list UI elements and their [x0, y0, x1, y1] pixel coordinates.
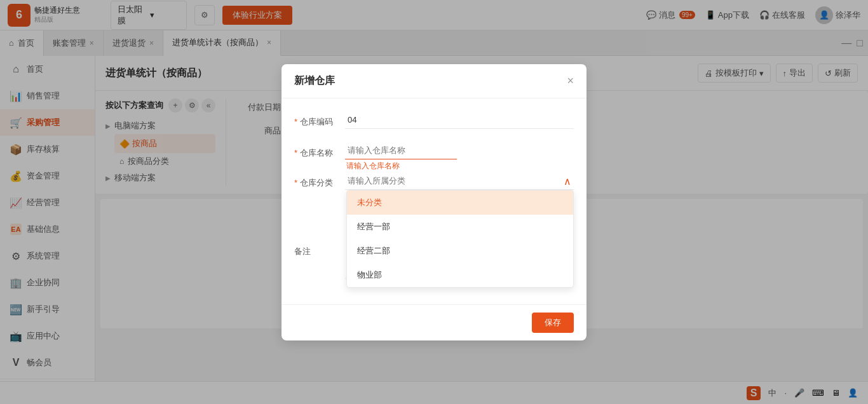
code-label: * 仓库编码	[294, 111, 345, 128]
name-form-row: * 仓库名称 请输入仓库名称	[294, 142, 574, 159]
remark-label: 备注	[294, 241, 345, 257]
dialog-body: * 仓库编码 * 仓库名称 请输入仓库名称 *	[281, 98, 587, 304]
dropdown-item-dept3[interactable]: 物业部	[347, 263, 573, 287]
name-label: * 仓库名称	[294, 142, 345, 159]
code-form-row: * 仓库编码	[294, 111, 574, 129]
category-form-row: * 仓库分类 ∧ 未分类 经营一部 经营二部	[294, 172, 574, 190]
dropdown-item-uncategorized[interactable]: 未分类	[347, 191, 573, 215]
save-button[interactable]: 保存	[532, 313, 574, 333]
modal-overlay: 新增仓库 × * 仓库编码 * 仓库名称	[0, 0, 868, 404]
dropdown-item-dept2[interactable]: 经营二部	[347, 239, 573, 263]
name-input[interactable]	[345, 142, 457, 159]
category-input[interactable]	[345, 172, 574, 190]
category-toggle-icon[interactable]: ∧	[564, 175, 571, 187]
code-input[interactable]	[345, 111, 574, 129]
new-warehouse-dialog: 新增仓库 × * 仓库编码 * 仓库名称	[281, 64, 587, 340]
dropdown-item-dept1[interactable]: 经营一部	[347, 215, 573, 239]
name-error-msg: 请输入仓库名称	[346, 161, 400, 172]
dialog-title: 新增仓库	[294, 74, 335, 88]
dialog-footer: 保存	[281, 304, 587, 340]
dialog-header: 新增仓库 ×	[281, 64, 587, 98]
category-dropdown: 未分类 经营一部 经营二部 物业部	[346, 190, 574, 288]
dialog-close-button[interactable]: ×	[567, 74, 574, 88]
category-label: * 仓库分类	[294, 172, 345, 189]
category-wrapper: ∧	[345, 172, 574, 190]
